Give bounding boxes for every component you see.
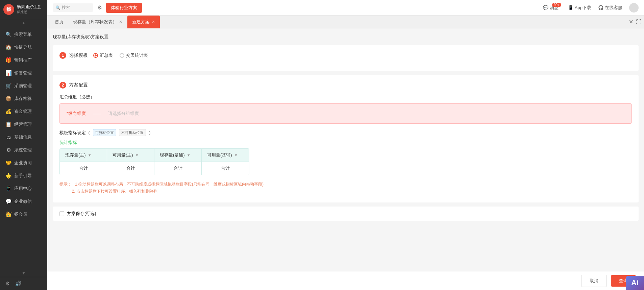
sidebar-item-marketing[interactable]: 🎁 营销推广 — [0, 54, 47, 67]
step2-header: 2 方案配置 — [59, 82, 632, 89]
sidebar-item-label: 采购管理 — [14, 83, 32, 89]
radio-cross[interactable]: 交叉统计表 — [120, 52, 148, 58]
sidebar-item-label: 企业微信 — [14, 198, 32, 204]
sidebar-item-search[interactable]: 🔍 搜索菜单 — [0, 28, 47, 41]
stats-cell-1: 合计 — [60, 162, 107, 175]
scroll-down-btn[interactable]: ▼ — [0, 269, 47, 277]
tab-home-label: 首页 — [55, 19, 64, 25]
stats-col-1[interactable]: 现存量(主) ▼ — [60, 149, 107, 162]
settings-footer-icon[interactable]: ⚙ — [5, 281, 10, 287]
sidebar-item-apps[interactable]: 📱 应用中心 — [0, 182, 47, 195]
online-service-btn[interactable]: 🎧 在线客服 — [598, 5, 622, 11]
tip-1: 提示： 1.拖动标题栏可以调整布局，不可跨维度或指标区域拖动栏目字段(只能在同一… — [59, 182, 632, 187]
sidebar-item-label: 应用中心 — [14, 186, 32, 192]
expand-panel-icon[interactable]: ⛶ — [636, 19, 641, 25]
sidebar-item-label: 系统管理 — [14, 147, 32, 153]
sidebar-item-label: 快捷导航 — [14, 44, 32, 50]
sidebar-item-label: 营销推广 — [14, 57, 32, 63]
search-bar[interactable]: 🔍 搜索 — [53, 3, 93, 12]
action-bar: 取消 查询 — [47, 271, 644, 290]
sidebar-item-operations[interactable]: 📋 经营管理 — [0, 118, 47, 131]
sidebar-item-system[interactable]: ⚙ 系统管理 — [0, 144, 47, 156]
cancel-button[interactable]: 取消 — [581, 275, 607, 287]
stats-col-1-label: 现存量(主) — [65, 152, 86, 158]
tip-2: 2. 点击标题栏下拉可设置排序、插入列和删除列 — [59, 189, 632, 194]
tab-inventory-close[interactable]: ✕ — [119, 20, 122, 24]
close-panel-icon[interactable]: ✕ — [629, 19, 633, 25]
scroll-up-btn[interactable]: ▲ — [0, 19, 47, 27]
sidebar-item-basic[interactable]: 🗂 基础信息 — [0, 131, 47, 144]
sidebar-item-label: 经营管理 — [14, 121, 32, 127]
tab-home[interactable]: 首页 — [50, 16, 68, 28]
dimension-box[interactable]: *纵向维度 —— 请选择分组维度 — [59, 103, 632, 124]
save-checkbox[interactable] — [59, 211, 64, 216]
stats-section: 统计指标 现存量(主) ▼ 可用量(主) ▼ 现存量(基辅) — [59, 140, 632, 176]
gift-icon: 🎁 — [5, 57, 11, 63]
sidebar-item-label: 基础信息 — [14, 134, 32, 140]
stats-col-2[interactable]: 可用量(主) ▼ — [107, 149, 154, 162]
topbar: 🔍 搜索 ⚙ 体验行业方案 💬 消息 99+ 📱 App下载 🎧 在线客服 — [47, 0, 644, 16]
messages-btn[interactable]: 💬 消息 99+ — [543, 5, 559, 11]
sidebar-item-purchase[interactable]: 🛒 采购管理 — [0, 79, 47, 92]
user-avatar[interactable] — [629, 3, 639, 13]
stats-cell-4: 合计 — [202, 162, 249, 175]
sidebar-item-contract[interactable]: 🤝 企业协同 — [0, 156, 47, 169]
sidebar-item-wechat[interactable]: 💬 企业微信 — [0, 195, 47, 208]
stats-col-4[interactable]: 可用量(基辅) ▼ — [202, 149, 249, 162]
metrics-label-text: 模板指标设定（ — [59, 130, 90, 136]
sidebar-footer: ⚙ 🔊 — [0, 277, 47, 290]
template-radio-group: 汇总表 交叉统计表 — [93, 52, 148, 58]
search-placeholder: 搜索 — [62, 5, 70, 10]
sidebar-item-sales[interactable]: 📊 销售管理 — [0, 67, 47, 79]
search-icon: 🔍 — [5, 31, 11, 38]
ai-badge[interactable]: Ai — [626, 276, 644, 290]
gear-icon: ⚙ — [5, 147, 11, 153]
step2-badge: 2 — [59, 82, 66, 89]
stats-header-row: 现存量(主) ▼ 可用量(主) ▼ 现存量(基辅) ▼ 可用量(基辅) — [60, 149, 249, 162]
chat-icon: 💬 — [5, 198, 11, 204]
sidebar-item-label: 销售管理 — [14, 70, 32, 76]
settings-icon[interactable]: ⚙ — [97, 4, 102, 11]
sidebar-item-guide[interactable]: 🌟 新手引导 — [0, 169, 47, 182]
radio-summary[interactable]: 汇总表 — [93, 52, 113, 58]
stats-col-3[interactable]: 现存量(基辅) ▼ — [154, 149, 202, 162]
star-icon: 🌟 — [5, 173, 11, 179]
radio-summary-dot — [93, 53, 98, 58]
non-draggable-badge: 不可拖动位置 — [119, 129, 146, 136]
box-icon: 📦 — [5, 96, 11, 102]
chevron-down-1-icon: ▼ — [88, 153, 92, 157]
step2-card: 2 方案配置 汇总维度（必选） *纵向维度 —— 请选择分组维度 模板指标设定（… — [53, 75, 639, 202]
sidebar-item-label: 搜索菜单 — [14, 31, 32, 38]
sidebar-item-shortcut[interactable]: 🏠 快捷导航 — [0, 41, 47, 54]
sidebar-header: 畅 畅康通好生意 标准版 — [0, 0, 47, 19]
dimension-label-text: 汇总维度（必选） — [59, 94, 95, 99]
sidebar-item-finance[interactable]: 💰 资金管理 — [0, 105, 47, 118]
crown-icon: 👑 — [5, 211, 11, 217]
sidebar-item-inventory[interactable]: 📦 库存核算 — [0, 92, 47, 105]
download-icon: 📱 — [568, 5, 573, 10]
radio-summary-label: 汇总表 — [100, 52, 113, 58]
industry-plan-button[interactable]: 体验行业方案 — [106, 3, 142, 13]
step1-header: 1 选择模板 汇总表 交叉统计表 — [59, 52, 632, 59]
tab-inventory-status[interactable]: 现存量（库存状况表） ✕ — [68, 16, 127, 28]
dimension-placeholder: 请选择分组维度 — [108, 111, 139, 117]
sidebar-item-label: 资金管理 — [14, 108, 32, 115]
tab-new-scheme-close[interactable]: ✕ — [152, 20, 155, 24]
phone-icon: 📱 — [5, 186, 11, 192]
step1-card: 1 选择模板 汇总表 交叉统计表 — [53, 45, 639, 71]
metrics-label: 模板指标设定（ 可拖动位置 不可拖动位置 ） — [59, 129, 632, 136]
topbar-right: 💬 消息 99+ 📱 App下载 🎧 在线客服 — [543, 3, 639, 13]
metrics-label-suffix: ） — [149, 130, 153, 136]
speaker-icon[interactable]: 🔊 — [15, 281, 22, 287]
sidebar: 畅 畅康通好生意 标准版 ▲ 🔍 搜索菜单 🏠 快捷导航 🎁 营销推广 📊 销售… — [0, 0, 47, 290]
step1-badge: 1 — [59, 52, 66, 59]
app-version: 标准版 — [17, 10, 41, 15]
content-area: 现存量(库存状况表)方案设置 1 选择模板 汇总表 交叉统计表 — [47, 28, 644, 271]
app-download-btn[interactable]: 📱 App下载 — [568, 5, 591, 11]
tab-new-scheme[interactable]: 新建方案 ✕ — [127, 16, 160, 28]
stats-table: 现存量(主) ▼ 可用量(主) ▼ 现存量(基辅) ▼ 可用量(基辅) — [59, 148, 249, 175]
main-area: 🔍 搜索 ⚙ 体验行业方案 💬 消息 99+ 📱 App下载 🎧 在线客服 首页 — [47, 0, 644, 290]
sidebar-item-member[interactable]: 👑 畅会员 — [0, 208, 47, 221]
tip-prefix-1: 提示： — [59, 182, 74, 187]
stats-section-title: 统计指标 — [59, 140, 632, 146]
